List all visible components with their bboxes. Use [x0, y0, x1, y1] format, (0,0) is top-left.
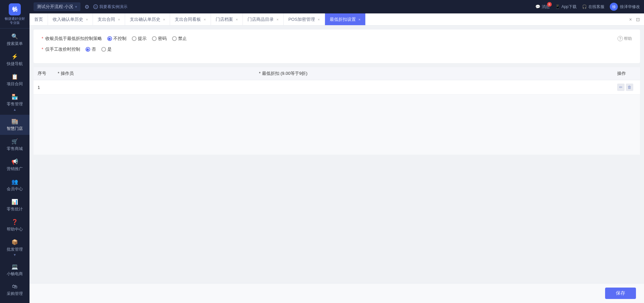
- required-marker: *: [42, 36, 43, 41]
- col-operator-header: * 操作员: [54, 67, 255, 80]
- demo-dot-icon: ○: [93, 4, 98, 9]
- cell-operator: [54, 80, 255, 95]
- project-dropdown-arrow: ▾: [75, 5, 77, 9]
- sidebar-item-project[interactable]: 📋 项目合同: [0, 70, 30, 90]
- option-no-control[interactable]: 不控制: [107, 36, 126, 42]
- table-row: 1 ✏ 🗑: [34, 80, 640, 95]
- settings-button[interactable]: ⚙: [85, 4, 89, 10]
- sidebar-item-marketing[interactable]: 📢 营销推广: [0, 155, 30, 175]
- required-marker2: *: [42, 47, 43, 52]
- sidebar-item-shortcut[interactable]: ⚡ 快捷导航: [0, 50, 30, 70]
- col-seq-header: 序号: [34, 67, 54, 80]
- tab-payment-history[interactable]: 支出确认单历史 ×: [125, 13, 170, 25]
- tab-home[interactable]: 首页: [30, 13, 48, 25]
- discount-strategy-options: 不控制 提示 密码 禁止: [107, 36, 187, 42]
- footer-bar: 保存: [30, 283, 644, 303]
- app-logo-icon: 畅: [9, 3, 21, 15]
- manual-price-row: * 仅手工改价时控制 否 是: [42, 46, 632, 52]
- user-info[interactable]: 徐 徐泽华修改: [610, 3, 640, 11]
- sidebar-item-member[interactable]: 👥 会员中心: [0, 175, 30, 195]
- tab-close-store-archive[interactable]: ×: [236, 17, 238, 21]
- radio-prompt-circle: [132, 36, 137, 41]
- tab-bar: 首页 收入确认单历史 × 支出合同 × 支出确认单历史 × 支出合同看板 × 门…: [30, 13, 644, 26]
- table-empty-row: [34, 95, 640, 155]
- project-selector[interactable]: 测试分开流程·小况 ▾: [34, 2, 80, 11]
- sidebar-item-inventory[interactable]: 📦 库存核算: [0, 300, 30, 303]
- cell-seq: 1: [34, 80, 54, 95]
- save-button[interactable]: 保存: [605, 288, 636, 299]
- tab-close-payment-board[interactable]: ×: [204, 17, 206, 21]
- cell-actions: ✏ 🗑: [613, 80, 640, 95]
- app-icon: 📱: [555, 4, 560, 9]
- delete-icon[interactable]: 🗑: [626, 84, 633, 91]
- tab-min-discount[interactable]: 最低折扣设置 ×: [325, 13, 366, 25]
- sidebar-item-purchase[interactable]: 🛍 采购管理: [0, 280, 30, 300]
- sidebar-item-help-center[interactable]: ❓ 帮助中心: [0, 215, 30, 236]
- project-icon: 📋: [11, 73, 18, 80]
- wholesale-icon: 📦: [11, 239, 18, 245]
- demo-link[interactable]: ○ 我要看实例演示: [93, 4, 127, 10]
- tab-close-income-history[interactable]: ×: [86, 17, 88, 21]
- marketing-icon: 📢: [11, 158, 18, 165]
- retail-icon: 🏪: [11, 94, 18, 100]
- project-name: 测试分开流程·小况: [37, 4, 73, 10]
- radio-no-control-circle: [107, 36, 112, 41]
- message-button[interactable]: 💬 消息 8: [535, 4, 550, 10]
- tab-close-payment-history[interactable]: ×: [163, 17, 165, 21]
- tab-close-store-products[interactable]: ×: [276, 17, 278, 21]
- retail-arrow: ▲: [13, 108, 16, 111]
- app-download-button[interactable]: 📱 App下载: [555, 4, 577, 10]
- top-header: 测试分开流程·小况 ▾ ⚙ ○ 我要看实例演示 💬 消息 8 📱 App下载 🎧…: [30, 0, 644, 13]
- col-discount-header: * 最低折扣 (9.00等于9折): [255, 67, 613, 80]
- tab-income-history[interactable]: 收入确认单历史 ×: [48, 13, 93, 25]
- sidebar-item-wholesale[interactable]: 📦 批发管理 ▼: [0, 236, 30, 260]
- tab-payment-board[interactable]: 支出合同看板 ×: [170, 13, 211, 25]
- tab-store-products[interactable]: 门店商品目录 ×: [243, 13, 283, 25]
- option-prompt[interactable]: 提示: [132, 36, 147, 42]
- cell-discount: [255, 80, 613, 95]
- radio-password-circle: [152, 36, 157, 41]
- tab-close-all-button[interactable]: ×: [628, 16, 633, 23]
- tab-payment-contract[interactable]: 支出合同 ×: [93, 13, 125, 25]
- member-icon: 👥: [11, 179, 18, 185]
- data-table-wrapper: 序号 * 操作员 * 最低折扣 (9.00等于9折) 操作: [34, 67, 640, 155]
- tab-actions: × ⊡: [625, 16, 644, 23]
- option-manual-yes[interactable]: 是: [101, 46, 112, 52]
- sidebar-item-retail[interactable]: 🏪 零售管理 ▲: [0, 90, 30, 115]
- tab-close-payment-contract[interactable]: ×: [118, 17, 120, 21]
- manual-price-label: * 仅手工改价时控制: [42, 46, 80, 52]
- tab-close-pos-password[interactable]: ×: [318, 17, 320, 21]
- edit-icon[interactable]: ✏: [617, 84, 625, 91]
- online-support-button[interactable]: 🎧 在线客服: [582, 4, 604, 10]
- tab-store-archive[interactable]: 门店档案 ×: [211, 13, 243, 25]
- data-table: 序号 * 操作员 * 最低折扣 (9.00等于9折) 操作: [34, 67, 640, 155]
- search-icon: 🔍: [11, 33, 18, 40]
- retail-stats-icon: 📊: [11, 199, 18, 205]
- col-actions-header: 操作: [613, 67, 640, 80]
- sidebar-item-ecommerce[interactable]: 💻 小畅电商: [0, 260, 30, 280]
- option-forbid[interactable]: 禁止: [172, 36, 187, 42]
- tab-expand-button[interactable]: ⊡: [635, 16, 641, 23]
- sidebar-item-retail-stats[interactable]: 📊 零售统计: [0, 195, 30, 215]
- option-password[interactable]: 密码: [152, 36, 167, 42]
- help-button[interactable]: ? 帮助: [618, 36, 632, 42]
- main-area: 测试分开流程·小况 ▾ ⚙ ○ 我要看实例演示 💬 消息 8 📱 App下载 🎧…: [30, 0, 644, 303]
- option-manual-no[interactable]: 否: [86, 46, 96, 52]
- sidebar-item-search[interactable]: 🔍 搜索菜单: [0, 30, 30, 50]
- app-logo-text: 畅捷通好业财专业版: [5, 17, 25, 25]
- manual-price-options: 否 是: [86, 46, 112, 52]
- discount-strategy-label: * 收银员低于最低折扣控制策略: [42, 36, 102, 42]
- radio-manual-no-circle: [86, 47, 90, 52]
- header-right: 💬 消息 8 📱 App下载 🎧 在线客服 徐 徐泽华修改: [535, 3, 640, 11]
- tab-pos-password[interactable]: POS加密管理 ×: [284, 13, 325, 25]
- sidebar-item-online-shop[interactable]: 🛒 零售商城: [0, 135, 30, 155]
- message-icon: 💬: [535, 4, 540, 9]
- tab-close-min-discount[interactable]: ×: [359, 17, 361, 21]
- online-shop-icon: 🛒: [11, 138, 18, 145]
- content-area: * 收银员低于最低折扣控制策略 不控制 提示 密码: [30, 26, 644, 283]
- help-icon: ?: [618, 36, 623, 41]
- form-card: * 收银员低于最低折扣控制策略 不控制 提示 密码: [34, 30, 640, 63]
- sidebar-item-smart-store[interactable]: 🏬 智慧门店: [0, 115, 30, 135]
- smart-store-icon: 🏬: [11, 118, 18, 124]
- shortcut-icon: ⚡: [11, 53, 18, 60]
